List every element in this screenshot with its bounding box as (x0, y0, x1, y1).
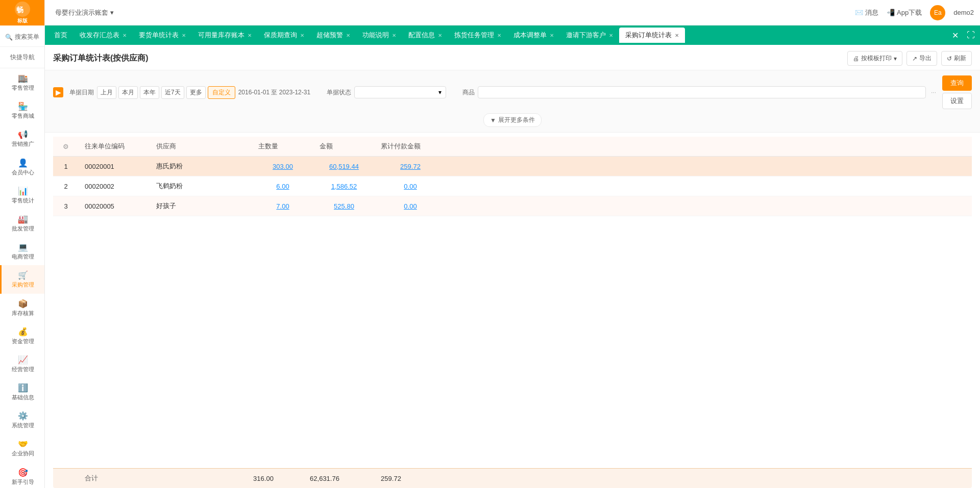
page-content: 采购订单统计表(按供应商) 🖨 按模板打印 ▾ ↗ 导出 ↺ 刷新 (45, 45, 980, 488)
tab-close-icon[interactable]: ✕ (497, 33, 501, 38)
tab-close-icon[interactable]: ✕ (182, 33, 186, 38)
sidebar-item-finance[interactable]: 💰 资金管理 (0, 322, 44, 350)
tab-close-icon[interactable]: ✕ (550, 33, 554, 38)
sidebar-item-newbie[interactable]: 🎯 新手引导 (0, 463, 44, 488)
table-row[interactable]: 3 00020005 好孩子 7.00 525.80 0.00 (53, 196, 972, 216)
row-qty[interactable]: 6.00 (252, 176, 313, 196)
footer-paid: 259.72 (355, 475, 427, 482)
tab-warranty-label: 保质期查询 (264, 31, 297, 40)
filter-collapse-button[interactable]: ▶ (53, 87, 63, 97)
sidebar-item-ecom[interactable]: 💻 电商管理 (0, 237, 44, 265)
tab-config[interactable]: 配置信息 ✕ (402, 28, 448, 43)
tab-maximize-button[interactable]: ⛶ (965, 29, 977, 42)
tab-close-icon[interactable]: ✕ (438, 33, 442, 38)
tab-goods-stats-label: 要货单统计表 (139, 31, 179, 40)
tab-close-icon[interactable]: ✕ (248, 33, 252, 38)
date-btn-this-month[interactable]: 本月 (118, 86, 138, 99)
status-select[interactable]: ▾ (354, 86, 446, 98)
more-options-icon[interactable]: ··· (931, 89, 936, 96)
date-btn-last-month[interactable]: 上月 (97, 86, 116, 99)
sidebar-item-ops[interactable]: 📈 经营管理 (0, 350, 44, 378)
date-btn-this-year[interactable]: 本年 (140, 86, 159, 99)
search-menu-button[interactable]: 🔍 搜索英单 (4, 31, 40, 43)
expand-label: 展开更多条件 (498, 116, 535, 124)
row-code[interactable]: 00020002 (79, 176, 150, 196)
filter-expand-row: ▼ 展开更多条件 (53, 113, 972, 127)
table-row[interactable]: 2 00020002 飞鹤奶粉 6.00 1,586.52 0.00 (53, 176, 972, 196)
sidebar-item-inventory[interactable]: 📦 库存核算 (0, 294, 44, 322)
app-download-button[interactable]: 📲 App下载 (887, 8, 922, 17)
export-icon: ↗ (912, 55, 917, 62)
quick-nav-label: 快捷导航 (10, 53, 35, 62)
tab-inventory-ledger[interactable]: 可用量库存账本 ✕ (192, 28, 258, 43)
sidebar-item-marketing[interactable]: 📢 营销推广 (0, 124, 44, 152)
tab-close-all-button[interactable]: ✕ (950, 29, 961, 42)
tab-purchase-stats[interactable]: 采购订单统计表 ✕ (619, 28, 685, 43)
basic-icon: ℹ️ (18, 383, 28, 393)
search-button[interactable]: 查询 (942, 75, 972, 91)
quick-nav-button[interactable]: 快捷导航 (0, 50, 44, 65)
tab-invite[interactable]: 邀请下游客户 ✕ (560, 28, 619, 43)
sidebar-item-basic[interactable]: ℹ️ 基础信息 (0, 378, 44, 406)
col-header-extra (446, 137, 972, 157)
row-amount[interactable]: 60,519.44 (313, 157, 375, 176)
sidebar-item-collab[interactable]: 🤝 企业协同 (0, 434, 44, 462)
print-button[interactable]: 🖨 按模板打印 ▾ (847, 51, 902, 66)
sidebar-item-retail-shop[interactable]: 🏪 零售商城 (0, 96, 44, 124)
user-name[interactable]: demo2 (953, 9, 974, 16)
sidebar-item-retail-stats[interactable]: 📊 零售统计 (0, 181, 44, 209)
print-label: 按模板打印 (861, 54, 892, 63)
column-settings-icon[interactable]: ⚙ (63, 143, 69, 150)
retail-mgmt-icon: 🏬 (18, 73, 28, 83)
tab-collect-pay[interactable]: 收发存汇总表 ✕ (74, 28, 133, 43)
row-paid[interactable]: 0.00 (375, 196, 446, 216)
tab-overstock[interactable]: 超储预警 ✕ (310, 28, 356, 43)
tab-home[interactable]: 首页 (48, 28, 74, 43)
goods-search-input[interactable] (478, 86, 926, 98)
row-amount[interactable]: 1,586.52 (313, 176, 375, 196)
sidebar-item-retail-mgmt[interactable]: 🏬 零售管理 (0, 68, 44, 96)
sidebar-item-label: 营销推广 (12, 141, 34, 147)
date-btn-custom[interactable]: 自定义 (208, 86, 235, 99)
tab-close-icon[interactable]: ✕ (122, 33, 127, 38)
expand-more-button[interactable]: ▼ 展开更多条件 (483, 113, 542, 127)
tab-warranty[interactable]: 保质期查询 ✕ (258, 28, 310, 43)
row-qty[interactable]: 7.00 (252, 196, 313, 216)
tab-close-icon[interactable]: ✕ (675, 33, 679, 38)
tab-func-desc[interactable]: 功能说明 ✕ (356, 28, 402, 43)
tab-close-icon[interactable]: ✕ (346, 33, 350, 38)
sidebar-item-member[interactable]: 👤 会员中心 (0, 153, 44, 181)
export-button[interactable]: ↗ 导出 (906, 51, 937, 66)
settings-button[interactable]: 设置 (942, 93, 972, 109)
message-button[interactable]: ✉️ 消息 (855, 8, 878, 17)
date-btn-7days[interactable]: 近7天 (161, 86, 184, 99)
sidebar-item-wholesale[interactable]: 🏭 批发管理 (0, 209, 44, 237)
row-qty[interactable]: 303.00 (252, 157, 313, 176)
row-paid[interactable]: 0.00 (375, 176, 446, 196)
workspace-selector[interactable]: 母婴行业演示账套 ▾ (51, 6, 118, 19)
logo-text: 标版 (17, 17, 28, 24)
row-code[interactable]: 00020005 (79, 196, 150, 216)
print-icon: 🖨 (853, 55, 859, 62)
tab-goods-stats[interactable]: 要货单统计表 ✕ (133, 28, 192, 43)
tab-close-icon[interactable]: ✕ (392, 33, 396, 38)
sidebar-item-system[interactable]: ⚙️ 系统管理 (0, 406, 44, 434)
app-label: App下载 (897, 8, 922, 17)
refresh-icon: ↺ (947, 55, 952, 62)
refresh-button[interactable]: ↺ 刷新 (941, 51, 972, 66)
table-row[interactable]: 1 00020001 惠氏奶粉 303.00 60,519.44 259.72 (53, 157, 972, 176)
tab-close-icon[interactable]: ✕ (609, 33, 613, 38)
sidebar-item-label: 零售商城 (12, 113, 34, 119)
tab-cost-adjust[interactable]: 成本调整单 ✕ (507, 28, 560, 43)
date-btn-more[interactable]: 更多 (186, 86, 206, 99)
svg-text:畅: 畅 (16, 6, 23, 14)
row-paid[interactable]: 259.72 (375, 157, 446, 176)
tab-pick-task[interactable]: 拣货任务管理 ✕ (448, 28, 507, 43)
purchase-icon: 🛒 (18, 270, 28, 280)
sidebar-item-purchase[interactable]: 🛒 采购管理 (0, 265, 44, 293)
user-avatar[interactable]: Ea (930, 5, 945, 20)
ecom-icon: 💻 (18, 242, 28, 252)
row-amount[interactable]: 525.80 (313, 196, 375, 216)
tab-close-icon[interactable]: ✕ (300, 33, 304, 38)
row-code[interactable]: 00020001 (79, 157, 150, 176)
